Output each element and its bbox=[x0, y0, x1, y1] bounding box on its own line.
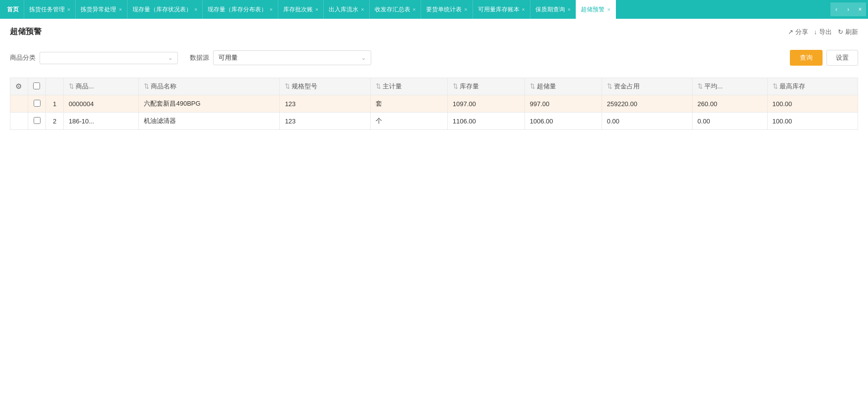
export-icon: ↓ bbox=[814, 28, 818, 36]
datasource-label: 数据源 bbox=[190, 53, 209, 62]
th-unit: ⇅主计量 bbox=[370, 78, 447, 95]
settings-button[interactable]: 设置 bbox=[826, 50, 858, 66]
spec-cell-0: 123 bbox=[280, 95, 370, 113]
sort-icon-7[interactable]: ⇅ bbox=[607, 82, 612, 90]
close-tab-icon-8[interactable]: × bbox=[464, 6, 467, 12]
settings-cell-0 bbox=[10, 95, 28, 113]
select-all-checkbox[interactable] bbox=[33, 82, 40, 89]
sort-icon-6[interactable]: ⇅ bbox=[530, 82, 535, 90]
nav-tab-6[interactable]: 出入库流水× bbox=[324, 0, 369, 19]
sort-icon-2[interactable]: ⇅ bbox=[144, 82, 149, 90]
product-category-select[interactable]: ⌄ bbox=[40, 52, 178, 64]
checkbox-cell-1[interactable] bbox=[28, 113, 46, 130]
th-product-code: ⇅商品... bbox=[64, 78, 139, 95]
overstock-cell-0: 997.00 bbox=[524, 95, 602, 113]
nav-tab-3[interactable]: 现存量（库存状况表）× bbox=[128, 0, 203, 19]
nav-right-button[interactable]: › bbox=[842, 2, 854, 16]
th-overstock: ⇅超储量 bbox=[524, 78, 602, 95]
share-icon: ↗ bbox=[788, 28, 793, 36]
th-spec: ⇅规格型号 bbox=[280, 78, 370, 95]
page-content: 超储预警 ↗ 分享 ↓ 导出 ↻ 刷新 商品分类 ⌄ 数据源 bbox=[0, 19, 868, 138]
refresh-button[interactable]: ↻ 刷新 bbox=[838, 28, 858, 37]
product-code-cell-0: 0000004 bbox=[64, 95, 139, 113]
nav-tab-5[interactable]: 库存批次账× bbox=[278, 0, 324, 19]
nav-tab-11[interactable]: 超储预警× bbox=[576, 0, 615, 19]
nav-more-button[interactable]: × bbox=[854, 2, 866, 16]
filter-bar: 商品分类 ⌄ 数据源 可用量 ⌄ 查询 设置 bbox=[10, 45, 858, 71]
export-button[interactable]: ↓ 导出 bbox=[814, 28, 832, 37]
sort-icon-5[interactable]: ⇅ bbox=[453, 82, 458, 90]
nav-left-button[interactable]: ‹ bbox=[830, 2, 842, 16]
checkbox-cell-0[interactable] bbox=[28, 95, 46, 113]
close-tab-icon-5[interactable]: × bbox=[315, 6, 318, 12]
refresh-icon: ↻ bbox=[838, 28, 843, 36]
th-checkbox bbox=[28, 78, 46, 95]
table-row: 1 0000004 六配套新昌490BPG 123 套 1097.00 997.… bbox=[10, 95, 858, 113]
product-category-label: 商品分类 bbox=[10, 53, 36, 62]
nav-tab-9[interactable]: 可用量库存账本× bbox=[473, 0, 530, 19]
sort-icon-8[interactable]: ⇅ bbox=[697, 82, 703, 90]
close-tab-icon-11[interactable]: × bbox=[607, 6, 610, 12]
nav-tab-7[interactable]: 收发存汇总表× bbox=[370, 0, 421, 19]
page-title-bar: 超储预警 ↗ 分享 ↓ 导出 ↻ 刷新 bbox=[10, 27, 858, 37]
filter-actions: 查询 设置 bbox=[790, 50, 858, 66]
gear-icon[interactable]: ⚙ bbox=[15, 82, 22, 90]
th-settings: ⚙ bbox=[10, 78, 28, 95]
nav-tab-10[interactable]: 保质期查询× bbox=[530, 0, 576, 19]
th-capital: ⇅资金占用 bbox=[602, 78, 692, 95]
share-button[interactable]: ↗ 分享 bbox=[788, 28, 808, 37]
capital-cell-0: 259220.00 bbox=[602, 95, 692, 113]
rownum-cell-0: 1 bbox=[46, 95, 64, 113]
close-tab-icon-10[interactable]: × bbox=[567, 6, 570, 12]
nav-arrows: ‹ › × bbox=[830, 2, 866, 16]
sort-icon-3[interactable]: ⇅ bbox=[285, 82, 290, 90]
max-stock-cell-1: 100.00 bbox=[767, 113, 858, 130]
unit-cell-1: 个 bbox=[370, 113, 447, 130]
nav-tab-2[interactable]: 拣货异常处理× bbox=[76, 0, 127, 19]
table-row: 2 186-10... 机油滤清器 123 个 1106.00 1006.00 … bbox=[10, 113, 858, 130]
close-tab-icon-2[interactable]: × bbox=[119, 6, 122, 12]
data-table: ⚙ ⇅商品... ⇅商品名称 ⇅规格型号 ⇅主计量 bbox=[10, 78, 858, 130]
capital-cell-1: 0.00 bbox=[602, 113, 692, 130]
filter-datasource: 数据源 可用量 ⌄ bbox=[190, 50, 371, 65]
unit-cell-0: 套 bbox=[370, 95, 447, 113]
filter-product-category: 商品分类 ⌄ bbox=[10, 52, 178, 64]
close-tab-icon-3[interactable]: × bbox=[194, 6, 197, 12]
overstock-cell-1: 1006.00 bbox=[524, 113, 602, 130]
row-checkbox-1[interactable] bbox=[34, 117, 41, 124]
chevron-down-icon-2: ⌄ bbox=[361, 55, 366, 61]
title-actions: ↗ 分享 ↓ 导出 ↻ 刷新 bbox=[788, 28, 859, 37]
stock-cell-0: 1097.00 bbox=[447, 95, 524, 113]
chevron-down-icon: ⌄ bbox=[168, 55, 173, 61]
row-checkbox-0[interactable] bbox=[34, 100, 41, 107]
th-max-stock: ⇅最高库存 bbox=[767, 78, 858, 95]
close-tab-icon-9[interactable]: × bbox=[522, 6, 525, 12]
top-nav: 首页拣货任务管理×拣货异常处理×现存量（库存状况表）×现存量（库存分布表）×库存… bbox=[0, 0, 868, 19]
product-name-cell-0: 六配套新昌490BPG bbox=[139, 95, 280, 113]
th-product-name: ⇅商品名称 bbox=[139, 78, 280, 95]
max-stock-cell-0: 100.00 bbox=[767, 95, 858, 113]
stock-cell-1: 1106.00 bbox=[447, 113, 524, 130]
close-tab-icon-6[interactable]: × bbox=[361, 6, 364, 12]
th-stock: ⇅库存量 bbox=[447, 78, 524, 95]
close-tab-icon-1[interactable]: × bbox=[67, 6, 70, 12]
close-tab-icon-7[interactable]: × bbox=[413, 6, 416, 12]
sort-icon[interactable]: ⇅ bbox=[69, 82, 74, 90]
nav-tab-8[interactable]: 要货单统计表× bbox=[421, 0, 473, 19]
table-header-row: ⚙ ⇅商品... ⇅商品名称 ⇅规格型号 ⇅主计量 bbox=[10, 78, 858, 95]
nav-tab-1[interactable]: 拣货任务管理× bbox=[24, 0, 76, 19]
th-rownum bbox=[46, 78, 64, 95]
datasource-value: 可用量 bbox=[218, 53, 238, 62]
rownum-cell-1: 2 bbox=[46, 113, 64, 130]
query-button[interactable]: 查询 bbox=[790, 50, 823, 66]
th-avg: ⇅平均... bbox=[693, 78, 767, 95]
sort-icon-9[interactable]: ⇅ bbox=[773, 82, 778, 90]
nav-tab-0[interactable]: 首页 bbox=[2, 0, 24, 19]
spec-cell-1: 123 bbox=[280, 113, 370, 130]
close-tab-icon-4[interactable]: × bbox=[269, 6, 272, 12]
page-title: 超储预警 bbox=[10, 27, 42, 37]
nav-tab-4[interactable]: 现存量（库存分布表）× bbox=[203, 0, 278, 19]
datasource-select[interactable]: 可用量 ⌄ bbox=[213, 50, 371, 65]
sort-icon-4[interactable]: ⇅ bbox=[376, 82, 381, 90]
product-code-cell-1: 186-10... bbox=[64, 113, 139, 130]
